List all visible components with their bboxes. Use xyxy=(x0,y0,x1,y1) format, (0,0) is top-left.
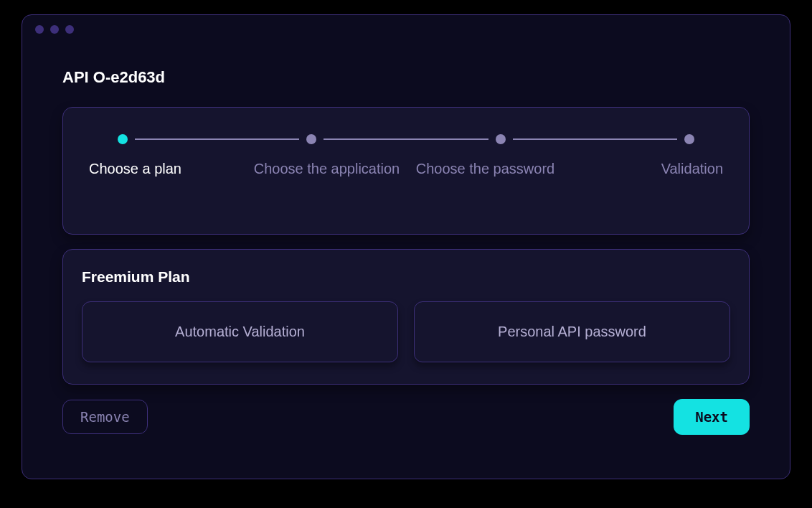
footer-actions: Remove Next xyxy=(62,399,750,435)
plan-options: Automatic Validation Personal API passwo… xyxy=(82,301,730,362)
plan-option-automatic-validation[interactable]: Automatic Validation xyxy=(82,301,398,362)
next-button[interactable]: Next xyxy=(674,399,750,435)
plan-panel: Freemium Plan Automatic Validation Perso… xyxy=(62,249,750,385)
step-connector xyxy=(324,138,488,140)
step-label-3: Choose the password xyxy=(406,159,565,178)
step-connector xyxy=(513,138,677,140)
step-node-3[interactable] xyxy=(496,134,506,144)
step-label-1: Choose a plan xyxy=(89,159,247,178)
step-node-2[interactable] xyxy=(306,134,316,144)
window-dot-minimize[interactable] xyxy=(50,25,59,34)
step-node-4[interactable] xyxy=(684,134,694,144)
step-connector xyxy=(135,138,299,140)
plan-option-label: Personal API password xyxy=(498,324,646,339)
plan-title: Freemium Plan xyxy=(82,268,730,286)
plan-option-personal-api-password[interactable]: Personal API password xyxy=(414,301,730,362)
step-label-2: Choose the application xyxy=(247,159,406,178)
plan-option-label: Automatic Validation xyxy=(175,324,305,339)
window-titlebar xyxy=(22,15,790,34)
step-node-1[interactable] xyxy=(118,134,128,144)
window-dot-close[interactable] xyxy=(35,25,44,34)
content-area: API O-e2d63d Choose a plan Choose the ap… xyxy=(22,34,790,455)
page-title: API O-e2d63d xyxy=(62,68,750,87)
window-dot-zoom[interactable] xyxy=(65,25,74,34)
app-window: API O-e2d63d Choose a plan Choose the ap… xyxy=(22,14,790,479)
remove-button[interactable]: Remove xyxy=(62,400,148,434)
stepper-panel: Choose a plan Choose the application Cho… xyxy=(62,107,750,235)
step-label-4: Validation xyxy=(565,159,723,178)
stepper: Choose a plan Choose the application Cho… xyxy=(89,128,723,214)
